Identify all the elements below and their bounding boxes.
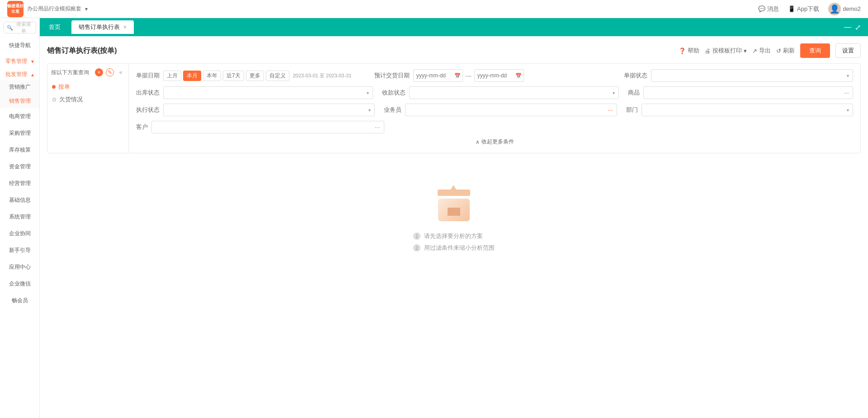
collapse-up-icon: ∧ bbox=[476, 139, 480, 145]
app-download-btn[interactable]: 📱 App下载 bbox=[788, 5, 819, 13]
sidebar-item-newbie[interactable]: 新手引导 bbox=[0, 242, 39, 259]
wholesale-submenu: 营销推广 销售管理 bbox=[0, 80, 39, 108]
collection-select[interactable]: ▾ bbox=[409, 86, 619, 99]
expected-date-label: 预计交货日期 bbox=[369, 71, 410, 80]
goods-input[interactable]: ··· bbox=[643, 86, 853, 99]
sidebar-item-ecommerce[interactable]: 电商管理 bbox=[0, 108, 39, 125]
date-curr-year-btn[interactable]: 本年 bbox=[203, 71, 221, 81]
refresh-btn[interactable]: ↺ 刷新 bbox=[776, 47, 795, 55]
help-icon: ❓ bbox=[679, 48, 686, 54]
print-arrow: ▾ bbox=[744, 48, 747, 54]
date-prev-month-btn[interactable]: 上月 bbox=[163, 71, 181, 81]
sidebar-item-finance[interactable]: 资金管理 bbox=[0, 158, 39, 175]
sidebar-item-quicknav[interactable]: 快捷导航 bbox=[0, 37, 39, 54]
sidebar-item-sales[interactable]: 销售管理 bbox=[0, 94, 39, 108]
date-range-text: 2023-03-01 至 2023-03-31 bbox=[293, 72, 352, 79]
edit-plan-btn[interactable]: ✎ bbox=[106, 68, 114, 76]
sidebar-item-marketing[interactable]: 营销推广 bbox=[0, 80, 39, 94]
sidebar-item-retail[interactable]: 零售管理 ▾ bbox=[0, 54, 39, 67]
print-label: 按模板打印 bbox=[712, 47, 742, 55]
message-icon: 💬 bbox=[758, 5, 765, 12]
sidebar-item-member[interactable]: 畅会员 bbox=[0, 292, 39, 309]
empty-illustration bbox=[434, 190, 474, 221]
filter-row-2: 出库状态 ▾ 收款状态 ▾ 商品 ··· bbox=[136, 86, 853, 99]
export-icon: ↗ bbox=[752, 48, 757, 54]
exec-select[interactable]: ▾ bbox=[163, 104, 375, 116]
date-7days-btn[interactable]: 近7天 bbox=[223, 71, 244, 81]
plan-dot bbox=[52, 85, 56, 89]
print-btn[interactable]: 🖨 按模板打印 ▾ bbox=[705, 47, 747, 55]
query-btn[interactable]: 查询 bbox=[800, 43, 830, 58]
sidebar-item-system[interactable]: 系统管理 bbox=[0, 209, 39, 225]
help-btn[interactable]: ❓ 帮助 bbox=[679, 47, 699, 55]
collapse-panel-btn[interactable]: « bbox=[117, 68, 125, 76]
top-bar: 畅捷通好生意 办公用品行业模拟账套 ▾ 💬 消息 📱 App下载 👤 demo2 bbox=[0, 0, 868, 18]
customer-input[interactable]: ··· bbox=[151, 121, 384, 133]
date-separator: — bbox=[466, 72, 472, 79]
goods-label: 商品 bbox=[623, 89, 640, 97]
collapse-btn[interactable]: ∧ 收起更多条件 bbox=[136, 136, 853, 147]
tab-close-btn[interactable]: × bbox=[123, 24, 127, 30]
date-more-btn[interactable]: 更多 bbox=[246, 71, 264, 81]
industry-dropdown[interactable]: ▾ bbox=[85, 6, 88, 12]
plan-item-欠货[interactable]: ⊙ 欠货情况 bbox=[51, 93, 125, 106]
date-group: 上月 本月 本年 近7天 更多 自定义 2023-03-01 至 2023-03… bbox=[163, 71, 365, 81]
user-menu[interactable]: 👤 demo2 bbox=[828, 3, 861, 15]
tab-minimize-icon[interactable]: — bbox=[844, 23, 851, 31]
status-select[interactable]: ▾ bbox=[651, 69, 853, 82]
tab-home-label: 首页 bbox=[49, 23, 61, 31]
appcenter-label: 应用中心 bbox=[9, 263, 31, 271]
customer-label: 客户 bbox=[136, 123, 148, 131]
department-select[interactable]: ▾ bbox=[642, 104, 853, 116]
sidebar-item-corpwechat[interactable]: 企业微信 bbox=[0, 276, 39, 292]
page-title-bar: 销售订单执行表(按单) ❓ 帮助 🖨 按模板打印 ▾ ↗ 导出 bbox=[47, 43, 861, 58]
logo: 畅捷通好生意 bbox=[7, 1, 24, 17]
sidebar-item-appcenter[interactable]: 应用中心 bbox=[0, 259, 39, 276]
sidebar-item-operations[interactable]: 经营管理 bbox=[0, 175, 39, 192]
search-placeholder: 搜索菜单 bbox=[15, 21, 33, 34]
sidebar-item-base[interactable]: 基础信息 bbox=[0, 192, 39, 209]
sidebar: 🔍 搜索菜单 快捷导航 零售管理 ▾ 批发管理 ▴ 营销推广 销售管理 电商管理 bbox=[0, 18, 40, 418]
member-label: 畅会员 bbox=[12, 297, 28, 304]
salesperson-input[interactable]: ··· bbox=[405, 104, 617, 116]
add-plan-btn[interactable]: + bbox=[95, 68, 103, 76]
tab-bar: 首页 销售订单执行表 × — ⤢ bbox=[40, 18, 868, 36]
cal-icon-end: 📅 bbox=[515, 73, 522, 79]
message-label: 消息 bbox=[767, 5, 779, 13]
settings-btn[interactable]: 设置 bbox=[835, 43, 861, 58]
industry-title: 办公用品行业模拟账套 bbox=[27, 5, 81, 13]
department-arrow: ▾ bbox=[847, 108, 849, 113]
department-label: 部门 bbox=[621, 106, 638, 114]
export-btn[interactable]: ↗ 导出 bbox=[752, 47, 771, 55]
sidebar-item-purchase[interactable]: 采购管理 bbox=[0, 125, 39, 142]
date-curr-month-btn[interactable]: 本月 bbox=[183, 71, 201, 81]
retail-label: 零售管理 bbox=[5, 57, 27, 65]
filter-row-4: 客户 ··· bbox=[136, 121, 853, 133]
goods-ellipsis: ··· bbox=[844, 89, 849, 96]
export-label: 导出 bbox=[759, 47, 771, 55]
sidebar-item-enterprise[interactable]: 企业协同 bbox=[0, 225, 39, 242]
filter-row-1: 单据日期 上月 本月 本年 近7天 更多 自定义 2023-03-01 至 20… bbox=[136, 69, 853, 82]
tab-home[interactable]: 首页 bbox=[40, 18, 70, 36]
tab-maximize-icon[interactable]: ⤢ bbox=[855, 23, 861, 32]
app-label: App下载 bbox=[797, 5, 819, 13]
salesperson-ellipsis: ··· bbox=[608, 106, 613, 114]
message-btn[interactable]: 💬 消息 bbox=[758, 5, 779, 13]
search-icon: 🔍 bbox=[7, 25, 13, 31]
help-label: 帮助 bbox=[688, 47, 699, 55]
sidebar-item-inventory[interactable]: 库存核算 bbox=[0, 142, 39, 158]
step1-num: 1 bbox=[413, 233, 420, 240]
plan-item-按单[interactable]: 按单 bbox=[51, 81, 125, 93]
step2-num: 2 bbox=[413, 244, 420, 252]
wholesale-arrow: ▴ bbox=[31, 71, 34, 78]
sidebar-item-wholesale[interactable]: 批发管理 ▴ bbox=[0, 67, 39, 80]
avatar: 👤 bbox=[828, 3, 841, 15]
delivery-select[interactable]: ▾ bbox=[163, 86, 373, 99]
tab-sales-order[interactable]: 销售订单执行表 × bbox=[71, 20, 134, 34]
left-panel-header: 按以下方案查询 + ✎ « bbox=[51, 68, 125, 76]
date-custom-btn[interactable]: 自定义 bbox=[266, 71, 289, 81]
inventory-label: 库存核算 bbox=[9, 146, 31, 154]
empty-state-text: 1 请先选择要分析的方案 2 用过滤条件来缩小分析范围 bbox=[413, 232, 495, 256]
sidebar-search[interactable]: 🔍 搜索菜单 bbox=[0, 18, 39, 37]
logo-text: 畅捷通好生意 bbox=[7, 4, 24, 14]
